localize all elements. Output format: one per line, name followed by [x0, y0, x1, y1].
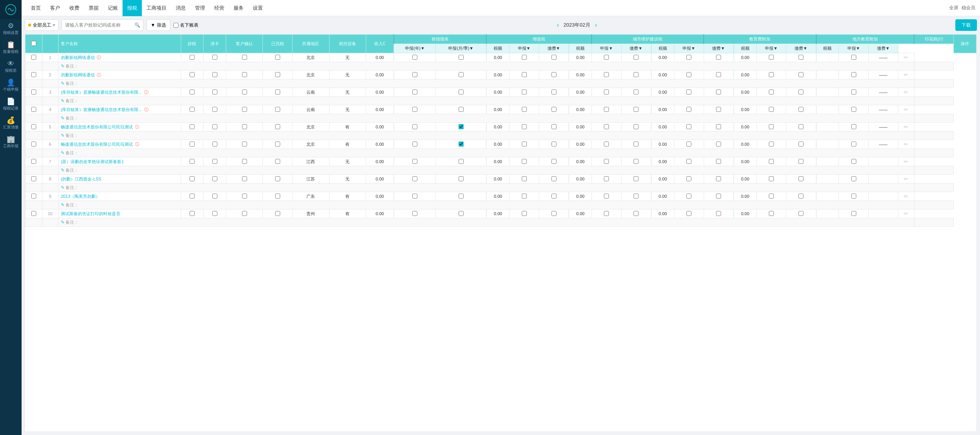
- nav-message[interactable]: 消息: [171, 0, 190, 16]
- nav-service[interactable]: 服务: [229, 0, 248, 16]
- chaoshui-checkbox[interactable]: [190, 142, 195, 147]
- qingka-checkbox[interactable]: [212, 124, 217, 129]
- vat-declare-checkbox[interactable]: [522, 194, 527, 199]
- edu-pay-checkbox[interactable]: [716, 72, 721, 77]
- chaoshui-checkbox[interactable]: [190, 72, 195, 77]
- sidebar-item-tax-records[interactable]: 📄 报税记录: [0, 95, 22, 114]
- nav-settings[interactable]: 设置: [248, 0, 267, 16]
- wanshuei-checkbox[interactable]: [275, 142, 280, 147]
- chaoshui-checkbox[interactable]: [190, 194, 195, 199]
- qingka-checkbox[interactable]: [212, 89, 217, 94]
- chaoshui-checkbox[interactable]: [190, 55, 195, 60]
- th-stamp-pay[interactable]: 缴费▼: [869, 44, 898, 53]
- stamp-declare-checkbox[interactable]: [851, 194, 856, 199]
- city-pay-checkbox[interactable]: [634, 124, 639, 129]
- name-filter-checkbox-label[interactable]: 名下账表: [173, 22, 198, 29]
- fin-monthly-checkbox[interactable]: [459, 107, 464, 112]
- wanshuei-checkbox[interactable]: [275, 89, 280, 94]
- fin-monthly-checkbox[interactable]: [459, 55, 464, 60]
- edit-icon[interactable]: ✏: [904, 124, 908, 130]
- nav-operations[interactable]: 经营: [210, 0, 229, 16]
- wanshuei-checkbox[interactable]: [275, 124, 280, 129]
- th-vat-declare[interactable]: 申报▼: [509, 44, 539, 53]
- edit-icon[interactable]: ✏: [904, 106, 908, 113]
- th-edu-pay[interactable]: 缴费▼: [704, 44, 734, 53]
- fin-annual-checkbox[interactable]: [412, 176, 417, 181]
- edu-declare-checkbox[interactable]: [686, 107, 691, 112]
- edu-pay-checkbox[interactable]: [716, 55, 721, 60]
- client-name[interactable]: (库存核算）直播畅捷通信息技术股份有限...: [61, 107, 142, 112]
- fin-annual-checkbox[interactable]: [412, 142, 417, 147]
- client-name[interactable]: (原）误删勿改李艳珍测试斯春新1: [61, 159, 124, 164]
- nav-home[interactable]: 首页: [26, 0, 45, 16]
- edu-declare-checkbox[interactable]: [686, 159, 691, 164]
- fin-annual-checkbox[interactable]: [412, 89, 417, 94]
- qingka-checkbox[interactable]: [212, 55, 217, 60]
- vat-pay-checkbox[interactable]: [551, 89, 556, 94]
- city-pay-checkbox[interactable]: [634, 176, 639, 181]
- city-pay-checkbox[interactable]: [634, 55, 639, 60]
- confirm-checkbox[interactable]: [242, 194, 247, 199]
- stamp-declare-checkbox[interactable]: [851, 72, 856, 77]
- edit-icon[interactable]: ✏: [904, 193, 908, 199]
- row-checkbox[interactable]: [31, 124, 36, 129]
- edu-declare-checkbox[interactable]: [686, 124, 691, 129]
- edu-pay-checkbox[interactable]: [716, 89, 721, 94]
- local-pay-checkbox[interactable]: [798, 107, 803, 112]
- th-local-pay[interactable]: 缴费▼: [786, 44, 816, 53]
- local-declare-checkbox[interactable]: [769, 159, 774, 164]
- client-name[interactable]: 测试斯春的凭证打印的时候是否: [61, 211, 120, 216]
- nav-tax[interactable]: 报税: [123, 0, 142, 16]
- city-pay-checkbox[interactable]: [634, 72, 639, 77]
- confirm-checkbox[interactable]: [242, 176, 247, 181]
- nav-customer[interactable]: 客户: [45, 0, 65, 16]
- vat-declare-checkbox[interactable]: [522, 159, 527, 164]
- download-button[interactable]: 下载: [955, 19, 977, 31]
- vat-pay-checkbox[interactable]: [551, 124, 556, 129]
- chaoshui-checkbox[interactable]: [190, 107, 195, 112]
- local-pay-checkbox[interactable]: [798, 72, 803, 77]
- row-checkbox[interactable]: [31, 176, 36, 181]
- edit-icon[interactable]: ✏: [904, 89, 908, 95]
- prev-month-button[interactable]: ‹: [555, 22, 560, 29]
- city-pay-checkbox[interactable]: [634, 159, 639, 164]
- vat-pay-checkbox[interactable]: [551, 142, 556, 147]
- local-declare-checkbox[interactable]: [769, 72, 774, 77]
- city-pay-checkbox[interactable]: [634, 142, 639, 147]
- local-declare-checkbox[interactable]: [769, 142, 774, 147]
- local-pay-checkbox[interactable]: [798, 211, 803, 216]
- chaoshui-checkbox[interactable]: [190, 211, 195, 216]
- local-declare-checkbox[interactable]: [769, 89, 774, 94]
- wanshuei-checkbox[interactable]: [275, 159, 280, 164]
- stamp-declare-checkbox[interactable]: [851, 89, 856, 94]
- th-edu-declare[interactable]: 申报▼: [674, 44, 704, 53]
- edit-icon[interactable]: ✏: [904, 54, 908, 61]
- edu-pay-checkbox[interactable]: [716, 142, 721, 147]
- local-pay-checkbox[interactable]: [798, 55, 803, 60]
- city-declare-checkbox[interactable]: [604, 159, 609, 164]
- confirm-checkbox[interactable]: [242, 124, 247, 129]
- city-pay-checkbox[interactable]: [634, 211, 639, 216]
- city-declare-checkbox[interactable]: [604, 176, 609, 181]
- employee-select[interactable]: 全部员工 ▾: [25, 19, 59, 31]
- confirm-checkbox[interactable]: [242, 159, 247, 164]
- wanshuei-checkbox[interactable]: [275, 211, 280, 216]
- local-pay-checkbox[interactable]: [798, 176, 803, 181]
- vat-pay-checkbox[interactable]: [551, 107, 556, 112]
- vat-declare-checkbox[interactable]: [522, 55, 527, 60]
- local-pay-checkbox[interactable]: [798, 159, 803, 164]
- client-name[interactable]: 畅捷通信息技术股份有限公司民珏测试: [61, 125, 133, 129]
- th-city-pay[interactable]: 缴费▼: [621, 44, 651, 53]
- confirm-checkbox[interactable]: [242, 55, 247, 60]
- city-declare-checkbox[interactable]: [604, 142, 609, 147]
- local-declare-checkbox[interactable]: [769, 211, 774, 216]
- edit-icon[interactable]: ✏: [904, 141, 908, 147]
- row-checkbox[interactable]: [31, 142, 36, 147]
- qingka-checkbox[interactable]: [212, 159, 217, 164]
- nav-fee[interactable]: 收费: [65, 0, 84, 16]
- wanshuei-checkbox[interactable]: [275, 176, 280, 181]
- local-pay-checkbox[interactable]: [798, 142, 803, 147]
- sidebar-item-personal-tax[interactable]: 👤 个税申报: [0, 76, 22, 95]
- nav-business[interactable]: 工商项目: [142, 0, 171, 16]
- edu-declare-checkbox[interactable]: [686, 55, 691, 60]
